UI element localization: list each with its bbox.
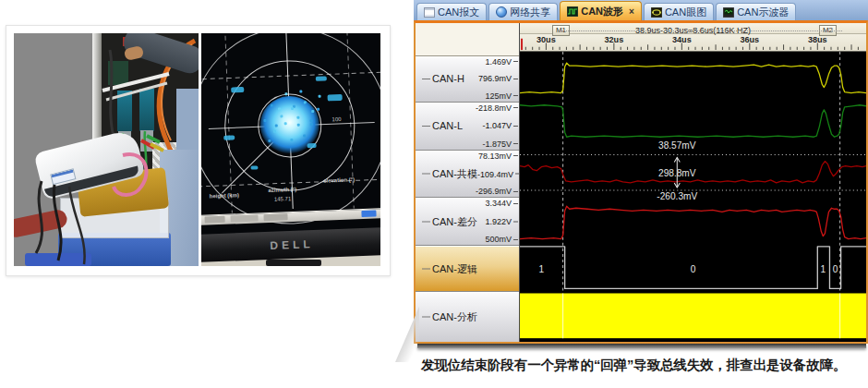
channel-connector — [422, 221, 430, 222]
scale-tick — [513, 203, 518, 204]
tab-label: CAN报文 — [438, 6, 479, 19]
scale-bottom: -1.875V — [482, 139, 518, 149]
tab-label: CAN波形 — [581, 5, 623, 18]
channel-row-can-l[interactable]: -218.8mV CAN-L-1.047V -1.875V — [416, 103, 519, 151]
channel-row-can-common[interactable]: 78.13mV CAN-共模-109.4mV -296.9mV — [416, 151, 519, 199]
scale-bottom: 500mV — [485, 235, 518, 244]
scale-tick — [513, 221, 518, 222]
can-analyzer-window: CAN报文 网络共享 CAN波形 × CAN眼图 CAN示波器 — [414, 0, 868, 344]
scale-mid: 796.9mV — [478, 74, 512, 83]
eye-diagram-icon — [651, 7, 662, 18]
scale-tick — [513, 191, 518, 192]
channel-panel-spacer — [416, 23, 519, 56]
svg-text:-260.3mV: -260.3mV — [657, 191, 697, 201]
channel-name: CAN-共模 — [432, 167, 477, 181]
tab-label: CAN示波器 — [737, 6, 789, 19]
channel-connector — [422, 126, 430, 127]
time-ruler[interactable]: 30us32us34us36us38us — [520, 34, 866, 52]
channel-row-can-analysis[interactable]: CAN-分析 — [416, 292, 519, 342]
scale-top: 78.13mV — [478, 152, 518, 161]
channel-row-can-h[interactable]: 1.469V CAN-H796.9mV 125mV — [416, 56, 519, 103]
channel-name: CAN-逻辑 — [432, 261, 477, 275]
scale-tick — [513, 95, 518, 96]
scale-tick — [513, 155, 518, 156]
page-curl-shadow — [395, 307, 419, 362]
test-leads-art — [14, 33, 199, 266]
scale-tick — [515, 174, 520, 175]
photo-card: 100 height (km) azimuth (°) 145.71 eleva… — [6, 25, 391, 276]
channel-name: CAN-差分 — [432, 214, 477, 228]
channel-name: CAN-分析 — [432, 310, 477, 324]
radar-axis-azimuth: azimuth (°) — [268, 187, 296, 193]
tab-label: CAN眼图 — [665, 6, 706, 19]
scale-tick — [513, 126, 518, 127]
tab-can-message[interactable]: CAN报文 — [416, 3, 487, 20]
message-list-icon — [424, 7, 435, 18]
radar-echo-patch — [328, 94, 343, 102]
radar-echo-patch — [307, 143, 317, 148]
taskbar-button — [230, 214, 258, 222]
scale-tick — [513, 239, 518, 240]
scale-bottom: -296.9mV — [476, 187, 518, 196]
scale-tick — [513, 79, 518, 79]
channel-connector — [422, 174, 430, 175]
channel-connector — [422, 79, 430, 79]
window-shadow — [417, 344, 866, 348]
cursor-marker-bar: M1 38.9us-30.3us=8.6us(116K HZ) M2 — [520, 23, 866, 34]
tab-label: 网络共享 — [510, 6, 550, 19]
svg-text:38.57mV: 38.57mV — [658, 140, 696, 151]
scale-top: -218.8mV — [476, 103, 518, 113]
tab-network-share[interactable]: 网络共享 — [488, 3, 558, 20]
svg-text:34us: 34us — [672, 35, 692, 44]
svg-text:32us: 32us — [604, 35, 623, 44]
marker-connector-line — [561, 30, 842, 31]
scale-bottom: 125mV — [485, 91, 518, 101]
svg-text:38us: 38us — [808, 35, 827, 44]
dell-logo: DELL — [270, 237, 314, 252]
oscilloscope-icon — [723, 7, 734, 18]
scale-mid: -109.4mV — [477, 169, 513, 178]
tab-can-waveform[interactable]: CAN波形 × — [560, 1, 642, 20]
scale-tick — [513, 107, 518, 108]
waveform-plot[interactable]: 38.57mV298.8mV-260.3mV1010 — [520, 52, 866, 342]
main-panel: 1.469V CAN-H796.9mV 125mV -218.8mV CAN-L… — [414, 20, 868, 344]
radar-axis-height: height (km) — [210, 192, 240, 199]
taskbar-button — [204, 216, 224, 224]
scale-top: 3.344V — [485, 199, 518, 208]
scale-mid: 1.922V — [485, 217, 512, 226]
tab-close-icon[interactable]: × — [629, 6, 634, 17]
radar-echo-patch — [223, 135, 235, 139]
radar-echo-patch — [250, 165, 258, 169]
svg-text:30us: 30us — [536, 35, 556, 44]
caption: 发现位结束阶段有一个异常的“回弹”导致总线失效，排查出是设备故障。 — [421, 357, 866, 374]
plot-column: M1 38.9us-30.3us=8.6us(116K HZ) M2 30us3… — [520, 23, 866, 342]
radar-echo-patch — [316, 76, 327, 80]
scale-tick — [513, 143, 518, 144]
channel-connector — [422, 317, 430, 318]
scale-mid: -1.047V — [482, 121, 512, 130]
taskbar-button — [263, 213, 287, 221]
tab-can-eye-diagram[interactable]: CAN眼图 — [644, 3, 714, 20]
radar-echo-patch — [231, 87, 244, 93]
tab-can-oscilloscope[interactable]: CAN示波器 — [716, 3, 796, 20]
svg-text:36us: 36us — [740, 35, 759, 44]
monitor-stand — [266, 260, 321, 266]
taskbar-tray — [361, 211, 376, 218]
monitor-bezel: DELL — [201, 227, 380, 262]
screenshot-root: 100 height (km) azimuth (°) 145.71 eleva… — [0, 0, 868, 388]
photo-monitor-radar: 100 height (km) azimuth (°) 145.71 eleva… — [201, 33, 380, 266]
tab-bar: CAN报文 网络共享 CAN波形 × CAN眼图 CAN示波器 — [414, 0, 868, 20]
scale-top: 1.469V — [485, 57, 518, 67]
radar-azimuth-value: 145.71 — [274, 196, 292, 202]
waveform-icon — [567, 6, 578, 17]
channel-panel: 1.469V CAN-H796.9mV 125mV -218.8mV CAN-L… — [416, 23, 520, 342]
svg-text:1: 1 — [538, 264, 544, 274]
radar-speckle-1 — [284, 122, 287, 125]
svg-text:298.8mV: 298.8mV — [658, 168, 696, 178]
svg-text:0: 0 — [691, 264, 696, 274]
channel-name: CAN-L — [432, 120, 463, 131]
channel-connector — [422, 268, 430, 269]
channel-row-can-diff[interactable]: 3.344V CAN-差分1.922V 500mV — [416, 198, 519, 246]
channel-row-can-logic[interactable]: CAN-逻辑 — [416, 246, 519, 292]
channel-name: CAN-H — [432, 73, 464, 84]
